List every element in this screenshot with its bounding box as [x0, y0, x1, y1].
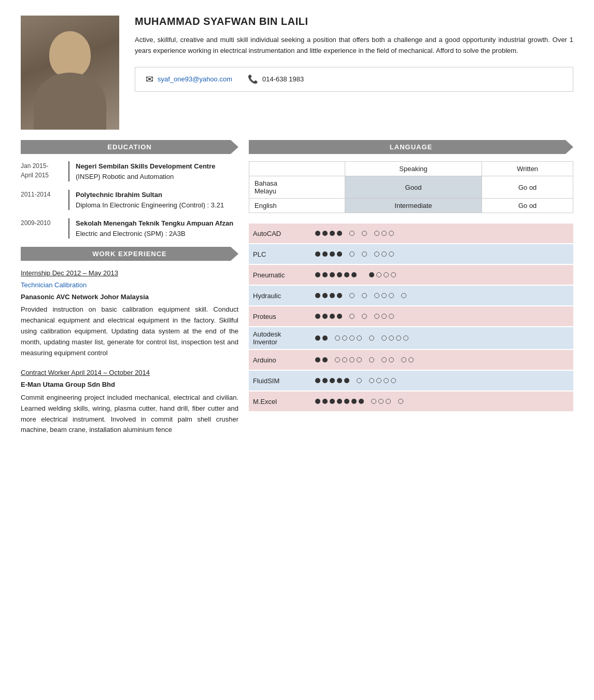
dot	[369, 378, 374, 383]
dot	[389, 231, 394, 236]
dot	[330, 251, 335, 257]
edu-institution-1: Negeri Sembilan Skills Development Centr…	[76, 161, 238, 172]
dot	[349, 314, 355, 319]
edu-date-3: 2009-2010	[21, 218, 62, 239]
edu-program-3: Electric and Electronic (SPM) : 2A3B	[76, 229, 238, 239]
skill-dots-pneumatic	[315, 272, 396, 277]
language-header: LANGUAGE	[249, 140, 573, 154]
edu-separator-1	[68, 161, 69, 181]
skill-autodesk: AutodeskInventor	[249, 327, 573, 349]
dot	[369, 357, 374, 362]
dot	[330, 314, 335, 319]
skill-dots-autodesk	[315, 335, 408, 341]
lang-col-lang	[249, 162, 345, 176]
dot	[389, 335, 394, 341]
left-column: EDUCATION Jan 2015-April 2015 Negeri Sem…	[21, 140, 238, 445]
dot	[351, 399, 357, 404]
dot	[349, 251, 355, 257]
dot	[342, 357, 347, 362]
work-period-2: Contract Worker April 2014 – October 201…	[21, 368, 238, 379]
dot	[322, 378, 328, 383]
dot	[337, 293, 342, 298]
dot	[403, 335, 408, 341]
dot	[337, 378, 342, 383]
email-icon: ✉	[146, 74, 153, 85]
dot	[389, 251, 394, 257]
skill-name-plc: PLC	[253, 250, 315, 258]
dot	[384, 272, 389, 277]
work-company-2: E-Man Utama Group Sdn Bhd	[21, 380, 238, 390]
lang-speaking-english: Intermediate	[345, 199, 482, 213]
edu-program-2: Diploma In Electronic Engineering (Contr…	[76, 200, 238, 211]
dot	[381, 357, 387, 362]
dot	[401, 293, 406, 298]
edu-separator-3	[68, 218, 69, 239]
dot	[357, 378, 362, 383]
skill-name-hydraulic: Hydraulic	[253, 292, 315, 300]
edu-entry-3: 2009-2010 Sekolah Menengah Teknik Tengku…	[21, 218, 238, 239]
dot	[386, 399, 391, 404]
dot	[349, 231, 355, 236]
dot	[322, 293, 328, 298]
dot	[315, 231, 320, 236]
dot	[357, 335, 362, 341]
dot	[349, 335, 355, 341]
dot	[376, 272, 381, 277]
edu-detail-3: Sekolah Menengah Teknik Tengku Ampuan Af…	[76, 218, 238, 239]
dot	[335, 335, 340, 341]
lang-name-bahasa: BahasaMelayu	[249, 176, 345, 199]
dot	[389, 357, 394, 362]
dot	[381, 335, 387, 341]
lang-col-speaking: Speaking	[345, 162, 482, 176]
dot	[381, 251, 387, 257]
dot	[391, 272, 396, 277]
dot	[315, 399, 320, 404]
skill-name-fluidsim: FluidSIM	[253, 377, 315, 385]
dot	[374, 314, 379, 319]
edu-detail-1: Negeri Sembilan Skills Development Centr…	[76, 161, 238, 181]
edu-entry-1: Jan 2015-April 2015 Negeri Sembilan Skil…	[21, 161, 238, 181]
edu-detail-2: Polytechnic Ibrahim Sultan Diploma In El…	[76, 190, 238, 210]
dot	[322, 399, 328, 404]
dot	[401, 357, 406, 362]
skill-dots-hydraulic	[315, 293, 406, 298]
dot	[315, 335, 320, 341]
dot	[315, 314, 320, 319]
edu-program-1: (INSEP) Robotic and Automation	[76, 172, 238, 182]
edu-institution-2: Polytechnic Ibrahim Sultan	[76, 190, 238, 200]
dot	[396, 335, 401, 341]
education-header: EDUCATION	[21, 140, 238, 154]
email-link[interactable]: syaf_one93@yahoo.com	[158, 75, 232, 83]
email-contact: ✉ syaf_one93@yahoo.com	[146, 74, 232, 85]
work-entry-2: Contract Worker April 2014 – October 201…	[21, 368, 238, 436]
skill-fluidsim: FluidSIM	[249, 371, 573, 390]
dot	[384, 378, 389, 383]
header-section: MUHAMMAD SYAFWAN BIN LAILI Active, skill…	[21, 16, 573, 130]
header-info: MUHAMMAD SYAFWAN BIN LAILI Active, skill…	[135, 16, 573, 130]
lang-written-bahasa: Go od	[482, 176, 573, 199]
dot	[337, 231, 342, 236]
skill-hydraulic: Hydraulic	[249, 286, 573, 305]
dot	[322, 251, 328, 257]
dot	[330, 378, 335, 383]
work-company-1: Panasonic AVC Network Johor Malaysia	[21, 292, 238, 303]
dot	[381, 293, 387, 298]
skill-name-autocad: AutoCAD	[253, 230, 315, 237]
skill-plc: PLC	[249, 244, 573, 264]
dot	[337, 314, 342, 319]
dot	[398, 399, 403, 404]
skill-mexcel: M.Excel	[249, 391, 573, 411]
dot	[342, 335, 347, 341]
work-period-1: Internship Dec 2012 – May 2013	[21, 268, 238, 279]
right-column: LANGUAGE Speaking Written BahasaMelayu G…	[249, 140, 573, 445]
dot	[322, 335, 328, 341]
skill-dots-plc	[315, 251, 394, 257]
dot	[362, 251, 367, 257]
dot	[374, 293, 379, 298]
dot	[381, 314, 387, 319]
dot	[362, 293, 367, 298]
skill-name-arduino: Arduino	[253, 356, 315, 364]
phone-contact: 📞 014-638 1983	[248, 74, 304, 84]
skill-name-pneumatic: Pneumatic	[253, 271, 315, 279]
phone-number: 014-638 1983	[262, 75, 304, 83]
